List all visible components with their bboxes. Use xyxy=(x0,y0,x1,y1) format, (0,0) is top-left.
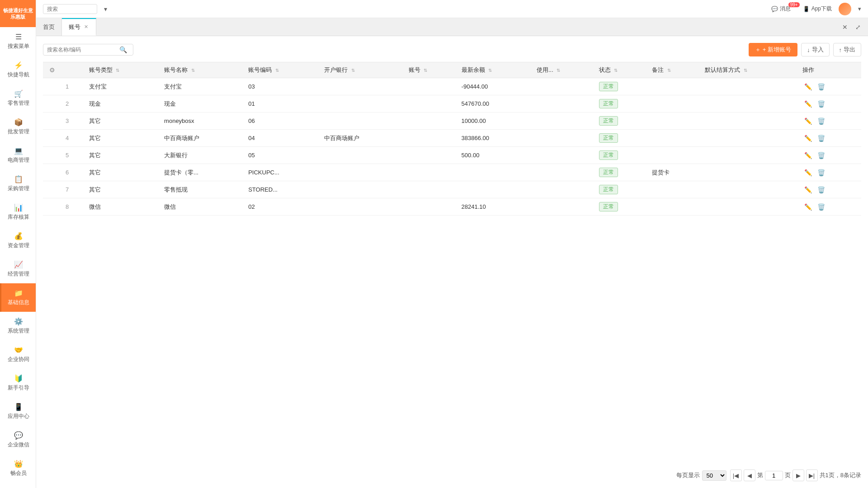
col-settings[interactable]: ⚙ xyxy=(43,62,61,78)
cell-account-no xyxy=(404,147,457,164)
edit-button[interactable]: ✏️ xyxy=(802,202,814,211)
sidebar-item-label: 电商管理 xyxy=(4,156,33,164)
page-number-input[interactable] xyxy=(765,471,783,480)
user-menu-icon[interactable]: ▾ xyxy=(858,5,861,12)
status-badge: 正常 xyxy=(599,168,618,177)
sidebar-item-inventory[interactable]: 📊 库存核算 xyxy=(0,198,36,226)
cell-settings xyxy=(43,113,61,130)
delete-button[interactable]: 🗑️ xyxy=(816,134,827,143)
tab-close-all-button[interactable]: ✕ xyxy=(840,22,850,33)
table-row: 7 其它 零售抵现 STORED... 正常 ✏️ 🗑️ xyxy=(43,181,861,198)
delete-button[interactable]: 🗑️ xyxy=(816,185,827,194)
sidebar-item-vip-member[interactable]: 👑 畅会员 xyxy=(0,454,36,483)
sidebar-item-label: 搜索菜单 xyxy=(4,42,33,50)
table-row: 6 其它 提货卡（零... PICKUPC... 正常 提货卡 ✏️ 🗑️ xyxy=(43,164,861,181)
delete-button[interactable]: 🗑️ xyxy=(816,82,827,91)
col-usage[interactable]: 使用... ⇅ xyxy=(532,62,594,78)
edit-button[interactable]: ✏️ xyxy=(802,151,814,160)
app-download-button[interactable]: 📱 App下载 xyxy=(803,5,832,13)
beginner-icon: 🔰 xyxy=(4,374,33,383)
cell-default-payment xyxy=(700,147,798,164)
edit-button[interactable]: ✏️ xyxy=(802,82,814,91)
ecommerce-icon: 💻 xyxy=(4,146,33,155)
sidebar-item-enterprise-wechat[interactable]: 💬 企业微信 xyxy=(0,426,36,454)
per-page-select[interactable]: 50 100 xyxy=(702,470,726,481)
cell-bank xyxy=(320,147,404,164)
col-latest-balance[interactable]: 最新余额 ⇅ xyxy=(457,62,532,78)
import-button[interactable]: ↓ 导入 xyxy=(801,43,830,56)
last-page-button[interactable]: ▶| xyxy=(806,469,818,481)
finance-icon: 💰 xyxy=(4,232,33,240)
cell-latest-balance: 28241.10 xyxy=(457,198,532,216)
sidebar-item-basic-info[interactable]: 📁 基础信息 xyxy=(0,283,36,312)
col-remark[interactable]: 备注 ⇅ xyxy=(647,62,700,78)
cell-bank xyxy=(320,198,404,216)
col-default-payment[interactable]: 默认结算方式 ⇅ xyxy=(700,62,798,78)
cell-account-type: 其它 xyxy=(85,130,160,147)
delete-button[interactable]: 🗑️ xyxy=(816,99,827,108)
dropdown-button[interactable]: ▾ xyxy=(104,5,107,13)
app-logo: 畅捷通好生意 乐惠版 xyxy=(0,0,36,27)
edit-button[interactable]: ✏️ xyxy=(802,99,814,108)
sidebar-item-enterprise-agreement[interactable]: 🤝 企业协同 xyxy=(0,340,36,369)
search-input[interactable] xyxy=(47,47,119,53)
tab-accounts[interactable]: 账号 ✕ xyxy=(62,18,96,36)
sidebar-item-system-mgmt[interactable]: ⚙️ 系统管理 xyxy=(0,312,36,340)
cell-remark: 提货卡 xyxy=(647,164,700,181)
tab-maximize-button[interactable]: ⤢ xyxy=(853,22,863,33)
quick-nav-icon: ⚡ xyxy=(4,61,33,70)
delete-button[interactable]: 🗑️ xyxy=(816,117,827,126)
edit-button[interactable]: ✏️ xyxy=(802,134,814,143)
col-account-type[interactable]: 账号类型 ⇅ xyxy=(85,62,160,78)
delete-button[interactable]: 🗑️ xyxy=(816,202,827,211)
export-button[interactable]: ↑ 导出 xyxy=(833,43,862,56)
cell-account-type: 其它 xyxy=(85,181,160,198)
sidebar-item-quick-nav[interactable]: ⚡ 快捷导航 xyxy=(0,56,36,84)
col-bank[interactable]: 开户银行 ⇅ xyxy=(320,62,404,78)
add-account-button[interactable]: ＋ + 新增账号 xyxy=(749,43,797,56)
edit-button[interactable]: ✏️ xyxy=(802,185,814,194)
cell-bank: 中百商场账户 xyxy=(320,130,404,147)
app-center-icon: 📱 xyxy=(4,403,33,411)
sidebar-item-operations-mgmt[interactable]: 📈 经营管理 xyxy=(0,255,36,283)
sidebar-item-beginner-guide[interactable]: 🔰 新手引导 xyxy=(0,369,36,397)
sidebar-item-label: 资金管理 xyxy=(4,242,33,249)
next-page-button[interactable]: ▶ xyxy=(793,469,804,481)
sidebar-item-purchase-mgmt[interactable]: 📋 采购管理 xyxy=(0,169,36,198)
sidebar-item-finance-mgmt[interactable]: 💰 资金管理 xyxy=(0,226,36,255)
sidebar-item-search-menu[interactable]: ☰ 搜索菜单 xyxy=(0,27,36,56)
cell-usage xyxy=(532,95,594,113)
global-search-input[interactable] xyxy=(43,4,97,14)
col-account-name[interactable]: 账号名称 ⇅ xyxy=(160,62,244,78)
delete-button[interactable]: 🗑️ xyxy=(816,168,827,177)
cell-account-type: 其它 xyxy=(85,164,160,181)
tab-home[interactable]: 首页 xyxy=(36,18,62,36)
cell-usage xyxy=(532,164,594,181)
search-box[interactable]: 🔍 xyxy=(43,44,133,56)
message-button[interactable]: 💬 消息 99+ xyxy=(771,5,796,13)
sidebar-item-wholesale-mgmt[interactable]: 📦 批发管理 xyxy=(0,113,36,141)
prev-page-button[interactable]: ◀ xyxy=(744,469,755,481)
col-account-no[interactable]: 账号 ⇅ xyxy=(404,62,457,78)
sidebar-item-label: 企业协同 xyxy=(4,356,33,363)
sidebar-item-ecommerce-mgmt[interactable]: 💻 电商管理 xyxy=(0,141,36,169)
sidebar-item-app-center[interactable]: 📱 应用中心 xyxy=(0,397,36,426)
edit-button[interactable]: ✏️ xyxy=(802,117,814,126)
data-table-wrapper: ⚙ 账号类型 ⇅ 账号名称 ⇅ 账号编码 ⇅ xyxy=(43,62,861,464)
cell-index: 1 xyxy=(61,78,85,95)
cell-account-no xyxy=(404,181,457,198)
settings-icon[interactable]: ⚙ xyxy=(49,66,55,74)
edit-button[interactable]: ✏️ xyxy=(802,168,814,177)
col-status[interactable]: 状态 ⇅ xyxy=(594,62,648,78)
search-icon[interactable]: 🔍 xyxy=(119,46,127,53)
delete-button[interactable]: 🗑️ xyxy=(816,151,827,160)
sidebar-item-label: 企业微信 xyxy=(4,441,33,449)
operations-icon: 📈 xyxy=(4,260,33,269)
cell-latest-balance: 500.00 xyxy=(457,147,532,164)
first-page-button[interactable]: |◀ xyxy=(730,469,742,481)
user-avatar[interactable] xyxy=(839,3,851,15)
tab-accounts-close[interactable]: ✕ xyxy=(83,23,89,30)
cell-status: 正常 xyxy=(594,78,648,95)
col-account-code[interactable]: 账号编码 ⇅ xyxy=(244,62,320,78)
sidebar-item-retail-mgmt[interactable]: 🛒 零售管理 xyxy=(0,84,36,113)
